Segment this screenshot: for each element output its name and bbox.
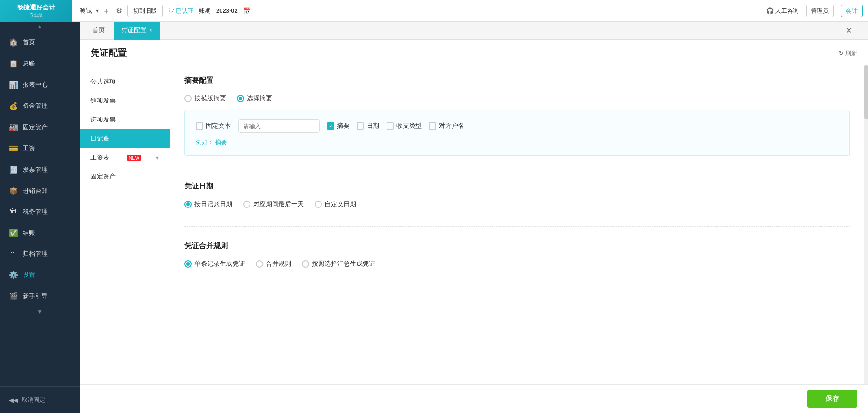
scroll-down-arrow[interactable]: ▼ [0, 307, 80, 317]
checkbox-counterpart-name[interactable]: 对方户名 [429, 122, 464, 130]
period-label: 账期 [199, 7, 211, 15]
tab-home[interactable]: 首页 [85, 22, 112, 40]
radio-merge[interactable]: 合并规则 [256, 260, 291, 268]
top-actions: ＋ ⚙ 切到旧版 🛡 已认证 账期 2023-02 📅 [102, 5, 251, 17]
checkbox-date[interactable]: 日期 [357, 122, 379, 130]
switch-old-button[interactable]: 切到旧版 [127, 5, 163, 17]
checkbox-counterpart-name-box [429, 122, 436, 130]
radio-template[interactable]: 按模版摘要 [184, 94, 226, 103]
left-menu-item-public[interactable]: 公共选项 [80, 72, 170, 91]
sidebar-item-settings[interactable]: ⚙️ 设置 [0, 264, 80, 286]
config-scrollbar[interactable] [864, 65, 868, 384]
radio-single-circle [184, 260, 192, 268]
checkout-icon: ✅ [9, 229, 18, 237]
fixed-text-input[interactable] [238, 119, 320, 133]
sidebar-item-report[interactable]: 📊 报表中心 [0, 74, 80, 95]
content-area: 首页 凭证配置 × ✕ ⛶ 凭证配置 ↻ 刷新 [80, 22, 868, 413]
workspace-dropdown-icon[interactable]: ▾ [96, 8, 99, 14]
right-actions: 🎧 人工咨询 管理员 会计 [766, 5, 863, 17]
radio-single[interactable]: 单条记录生成凭证 [184, 260, 245, 268]
page-header: 凭证配置 ↻ 刷新 [80, 40, 868, 65]
left-menu-item-sales-invoice[interactable]: 销项发票 [80, 91, 170, 110]
example-text: 例如： 摘要 [196, 138, 839, 146]
sidebar-item-ledger[interactable]: 📋 总账 [0, 53, 80, 74]
tab-voucher-config[interactable]: 凭证配置 × [114, 22, 160, 40]
left-menu-item-fixed-assets-config[interactable]: 固定资产 [80, 167, 170, 186]
voucher-date-radio-group: 按日记账日期 对应期间最后一天 自定义日期 [184, 200, 850, 208]
tab-close-window-icon[interactable]: ✕ [846, 26, 852, 35]
sidebar-item-fund[interactable]: 💰 资金管理 [0, 95, 80, 117]
unpin-button[interactable]: ◀◀ 取消固定 [0, 391, 80, 408]
calendar-icon[interactable]: 📅 [243, 7, 251, 14]
expand-icon: ▾ [156, 155, 159, 161]
page-title: 凭证配置 [90, 47, 127, 59]
voucher-date-title: 凭证日期 [184, 182, 850, 191]
sidebar-item-invoice[interactable]: 🧾 发票管理 [0, 159, 80, 180]
refresh-button[interactable]: ↻ 刷新 [839, 49, 857, 57]
summary-radio-group: 按模版摘要 选择摘要 [184, 94, 850, 103]
config-content: 摘要配置 按模版摘要 选择摘要 [170, 65, 864, 384]
sidebar-item-archive[interactable]: 🗂 归档管理 [0, 244, 80, 264]
sidebar-bottom: ◀◀ 取消固定 [0, 386, 80, 413]
radio-by-diary-date-circle [184, 201, 192, 208]
new-badge: NEW [127, 155, 141, 161]
guide-icon: 🎬 [9, 292, 18, 300]
inner-layout: 公共选项 销项发票 进项发票 日记账 工资表 NEW ▾ [80, 65, 868, 384]
left-menu-item-payroll-table[interactable]: 工资表 NEW ▾ [80, 148, 170, 167]
left-menu: 公共选项 销项发票 进项发票 日记账 工资表 NEW ▾ [80, 65, 170, 384]
refresh-icon: ↻ [839, 50, 844, 56]
certified-badge: 🛡 已认证 [168, 7, 193, 15]
payroll-icon: 💳 [9, 144, 18, 153]
sidebar-item-payroll[interactable]: 💳 工资 [0, 138, 80, 159]
checkbox-fixed-text-box [196, 122, 203, 130]
consult-button[interactable]: 🎧 人工咨询 [766, 7, 799, 15]
radio-custom-date-circle [315, 201, 322, 208]
summary-box: 固定文本 ✓ 摘要 日期 [184, 110, 850, 156]
radio-by-selection[interactable]: 按照选择汇总生成凭证 [302, 260, 375, 268]
voucher-date-section: 凭证日期 按日记账日期 对应期间最后一天 [184, 182, 850, 227]
checkbox-summary[interactable]: ✓ 摘要 [327, 122, 349, 130]
checkbox-payment-type[interactable]: 收支类型 [387, 122, 422, 130]
tab-bar: 首页 凭证配置 × ✕ ⛶ [80, 22, 868, 40]
tax-icon: 🏛 [9, 208, 18, 216]
scroll-up-arrow[interactable]: ▲ [0, 22, 80, 32]
sidebar-item-home[interactable]: 🏠 首页 [0, 32, 80, 53]
radio-custom-date[interactable]: 自定义日期 [315, 200, 356, 208]
tab-bar-actions: ✕ ⛶ [846, 26, 863, 35]
sidebar-item-checkout[interactable]: ✅ 结账 [0, 222, 80, 244]
radio-select[interactable]: 选择摘要 [237, 94, 272, 103]
sidebar-item-tax[interactable]: 🏛 税务管理 [0, 202, 80, 222]
sidebar-item-sales-ledger[interactable]: 📦 进销台账 [0, 180, 80, 202]
checkbox-summary-box: ✓ [327, 122, 334, 130]
left-menu-item-purchase-invoice[interactable]: 进项发票 [80, 110, 170, 129]
page-content: 凭证配置 ↻ 刷新 公共选项 销项发票 进项发票 [80, 40, 868, 413]
save-button[interactable]: 保存 [807, 390, 857, 408]
checkbox-payment-type-box [387, 122, 394, 130]
sidebar-item-guide[interactable]: 🎬 新手引导 [0, 286, 80, 307]
report-icon: 📊 [9, 80, 18, 89]
radio-template-circle [184, 95, 192, 102]
tab-close-icon[interactable]: × [149, 27, 152, 33]
summary-section: 摘要配置 按模版摘要 选择摘要 [184, 76, 850, 167]
admin-button[interactable]: 管理员 [806, 5, 834, 17]
checkbox-fixed-text[interactable]: 固定文本 [196, 122, 231, 130]
merge-rule-section: 凭证合并规则 单条记录生成凭证 合并规则 [184, 241, 850, 286]
invoice-icon: 🧾 [9, 165, 18, 174]
shield-icon: 🛡 [168, 7, 174, 14]
radio-by-diary-date[interactable]: 按日记账日期 [184, 200, 232, 208]
ledger-icon: 📋 [9, 59, 18, 68]
tab-expand-icon[interactable]: ⛶ [855, 26, 863, 35]
accountant-button[interactable]: 会计 [841, 5, 863, 17]
config-area: 摘要配置 按模版摘要 选择摘要 [170, 65, 868, 384]
home-icon: 🏠 [9, 38, 18, 47]
fixed-assets-icon: 🏭 [9, 123, 18, 131]
sidebar-item-fixed-assets[interactable]: 🏭 固定资产 [0, 117, 80, 138]
radio-select-circle [237, 95, 244, 102]
add-icon[interactable]: ＋ [102, 5, 110, 16]
sidebar-scroll: ▲ 🏠 首页 📋 总账 📊 报表中心 💰 资金管理 🏭 固定资产 [0, 22, 80, 386]
settings-icon[interactable]: ⚙ [116, 6, 122, 15]
main-layout: ▲ 🏠 首页 📋 总账 📊 报表中心 💰 资金管理 🏭 固定资产 [0, 22, 868, 413]
radio-last-day[interactable]: 对应期间最后一天 [243, 200, 304, 208]
headset-icon: 🎧 [766, 7, 774, 14]
left-menu-item-diary[interactable]: 日记账 [80, 129, 170, 148]
